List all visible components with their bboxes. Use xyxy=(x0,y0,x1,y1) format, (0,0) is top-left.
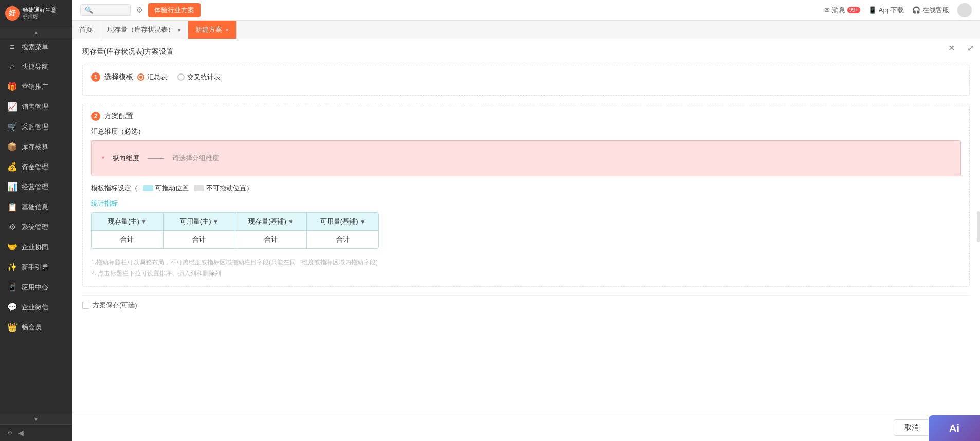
radio-summary[interactable]: 汇总表 xyxy=(137,72,167,82)
app-center-icon: 📱 xyxy=(7,282,17,292)
online-service-item[interactable]: 🎧 在线客服 xyxy=(912,6,949,15)
tab-inventory-close-icon[interactable]: × xyxy=(177,27,180,33)
section1-num: 1 xyxy=(91,72,100,82)
sidebar-item-label: 快捷导航 xyxy=(22,62,48,71)
search-icon: 🔍 xyxy=(85,6,93,14)
member-icon: 👑 xyxy=(7,322,17,332)
sidebar-nav: ≡ 搜索菜单 ⌂ 快捷导航 🎁 营销推广 📈 销售管理 🛒 采购管理 📦 库存核… xyxy=(0,38,72,414)
radio-cross[interactable]: 交叉统计表 xyxy=(177,72,221,82)
section-scheme-config: 2 方案配置 汇总维度（必选） * 纵向维度 —— 请选择分组维度 xyxy=(82,104,970,287)
sidebar-item-search-menu[interactable]: ≡ 搜索菜单 xyxy=(0,38,72,57)
sidebar-item-finance[interactable]: 💰 资金管理 xyxy=(0,157,72,177)
search-input[interactable] xyxy=(95,7,126,14)
sidebar-item-inventory[interactable]: 📦 库存核算 xyxy=(0,137,72,157)
stats-section: 统计指标 现存量(主) ▼ 可用量(主) ▼ xyxy=(91,199,961,249)
ai-button[interactable]: Ai xyxy=(929,415,980,441)
sidebar-item-sales[interactable]: 📈 销售管理 xyxy=(0,97,72,117)
wechat-icon: 💬 xyxy=(7,302,17,312)
fixed-box xyxy=(194,185,204,191)
topbar-left: 🔍 ⚙ 体验行业方案 xyxy=(80,3,201,17)
sidebar-item-label: 资金管理 xyxy=(22,162,48,172)
dim-field-row: * 纵向维度 —— 请选择分组维度 xyxy=(102,154,219,163)
sidebar-item-sys[interactable]: ⚙ 系统管理 xyxy=(0,217,72,237)
search-box[interactable]: 🔍 xyxy=(80,4,131,16)
dim-label: 汇总维度（必选） xyxy=(91,127,961,136)
chevron-down-icon: ▼ xyxy=(141,219,147,225)
save-checkbox[interactable] xyxy=(82,302,89,309)
topbar: 🔍 ⚙ 体验行业方案 ✉ 消息 99+ 📱 App下载 🎧 在线客服 xyxy=(72,0,980,21)
sidebar-item-quick-nav[interactable]: ⌂ 快捷导航 xyxy=(0,57,72,77)
sidebar-item-member[interactable]: 👑 畅会员 xyxy=(0,317,72,337)
stats-header-cell-0[interactable]: 现存量(主) ▼ xyxy=(92,213,164,230)
sidebar-item-label: 新手引导 xyxy=(22,263,48,272)
stats-label: 统计指标 xyxy=(91,199,961,208)
cancel-button[interactable]: 取消 xyxy=(894,419,930,436)
sidebar-item-label: 经营管理 xyxy=(22,182,48,192)
chevron-down-icon: ▼ xyxy=(360,219,366,225)
sidebar-item-marketing[interactable]: 🎁 营销推广 xyxy=(0,77,72,97)
app-download-label: App下载 xyxy=(879,6,904,15)
new-guide-icon: ✨ xyxy=(7,262,17,272)
stats-header-cell-3[interactable]: 可用量(基辅) ▼ xyxy=(307,213,378,230)
avatar[interactable] xyxy=(957,3,972,17)
base-info-icon: 📋 xyxy=(7,202,17,212)
main-area: 🔍 ⚙ 体验行业方案 ✉ 消息 99+ 📱 App下载 🎧 在线客服 xyxy=(72,0,980,441)
tips-area: 1.拖动标题栏可以调整布局，不可跨维度或指标区域拖动栏目字段(只能在同一维度或指… xyxy=(91,257,961,279)
message-item[interactable]: ✉ 消息 99+ xyxy=(824,6,860,15)
stats-body-cell-0-2: 合计 xyxy=(235,231,307,248)
message-badge: 99+ xyxy=(847,7,860,13)
sidebar-scroll-up[interactable]: ▲ xyxy=(0,27,72,38)
dim-arrow: —— xyxy=(148,154,164,163)
template-label: 模板指标设定（ xyxy=(91,183,138,193)
sidebar-item-app-center[interactable]: 📱 应用中心 xyxy=(0,277,72,297)
sidebar-item-corp[interactable]: 🤝 企业协同 xyxy=(0,237,72,257)
sidebar-item-new-guide[interactable]: ✨ 新手引导 xyxy=(0,257,72,277)
save-label: 方案保存(可选) xyxy=(93,301,137,310)
section2-num: 2 xyxy=(91,112,100,121)
radio-cross-circle xyxy=(177,74,185,81)
dim-required: * xyxy=(102,155,104,162)
sidebar-item-label: 库存核算 xyxy=(22,142,48,152)
tabbar: 首页 现存量（库存状况表） × 新建方案 × xyxy=(72,21,980,39)
marketing-icon: 🎁 xyxy=(7,82,17,91)
section2-title: 方案配置 xyxy=(104,112,133,121)
sidebar-item-wechat[interactable]: 💬 企业微信 xyxy=(0,297,72,317)
stats-body-cell-0-0: 合计 xyxy=(92,231,164,248)
stats-header-cell-1[interactable]: 可用量(主) ▼ xyxy=(164,213,235,230)
radio-summary-circle xyxy=(137,74,144,81)
sidebar-item-purchase[interactable]: 🛒 采购管理 xyxy=(0,117,72,137)
help-icon[interactable]: ◀ xyxy=(18,429,24,437)
tab-home-label: 首页 xyxy=(79,25,93,34)
message-icon: ✉ xyxy=(824,6,830,14)
dim-select-hint[interactable]: 请选择分组维度 xyxy=(172,154,219,163)
sidebar-item-base-info[interactable]: 📋 基础信息 xyxy=(0,197,72,217)
message-label: 消息 xyxy=(832,6,845,15)
quick-nav-icon: ⌂ xyxy=(7,62,17,71)
tab-inventory-status[interactable]: 现存量（库存状况表） × xyxy=(100,21,188,39)
modal-expand-button[interactable]: ⤢ xyxy=(961,39,980,57)
topbar-right: ✉ 消息 99+ 📱 App下载 🎧 在线客服 xyxy=(824,3,972,17)
tab-home[interactable]: 首页 xyxy=(72,21,100,39)
sidebar: 好 畅捷通好生意 标准版 ▲ ≡ 搜索菜单 ⌂ 快捷导航 🎁 营销推广 📈 销售… xyxy=(0,0,72,441)
modal-close-button[interactable]: ✕ xyxy=(942,39,961,57)
stats-header-cell-2[interactable]: 现存量(基辅) ▼ xyxy=(235,213,307,230)
content-area: ✕ ⤢ 现存量(库存状况表)方案设置 1 选择模板 汇总表 xyxy=(72,39,980,414)
radio-summary-label: 汇总表 xyxy=(147,72,167,82)
tab-new-scheme[interactable]: 新建方案 × xyxy=(188,21,236,39)
sidebar-item-label: 销售管理 xyxy=(22,102,48,112)
headset-icon: 🎧 xyxy=(912,6,920,14)
tab-new-scheme-label: 新建方案 xyxy=(195,25,222,34)
sidebar-scroll-down[interactable]: ▼ xyxy=(0,414,72,424)
app-download-item[interactable]: 📱 App下载 xyxy=(868,6,904,15)
sidebar-item-ops[interactable]: 📊 经营管理 xyxy=(0,177,72,197)
sidebar-item-label: 畅会员 xyxy=(22,323,42,332)
tab-new-scheme-close-icon[interactable]: × xyxy=(225,27,228,33)
settings-icon[interactable]: ⚙ xyxy=(7,429,13,436)
trial-button[interactable]: 体验行业方案 xyxy=(148,3,201,17)
gear-icon[interactable]: ⚙ xyxy=(136,5,143,15)
stats-body-row-0: 合计 合计 合计 合计 xyxy=(92,231,378,248)
section1-header: 1 选择模板 汇总表 交叉统计表 xyxy=(91,72,961,82)
chevron-down-icon: ▼ xyxy=(213,219,219,225)
content-inner: 现存量(库存状况表)方案设置 1 选择模板 汇总表 交叉统计表 xyxy=(72,39,980,323)
movable-box xyxy=(143,185,153,191)
